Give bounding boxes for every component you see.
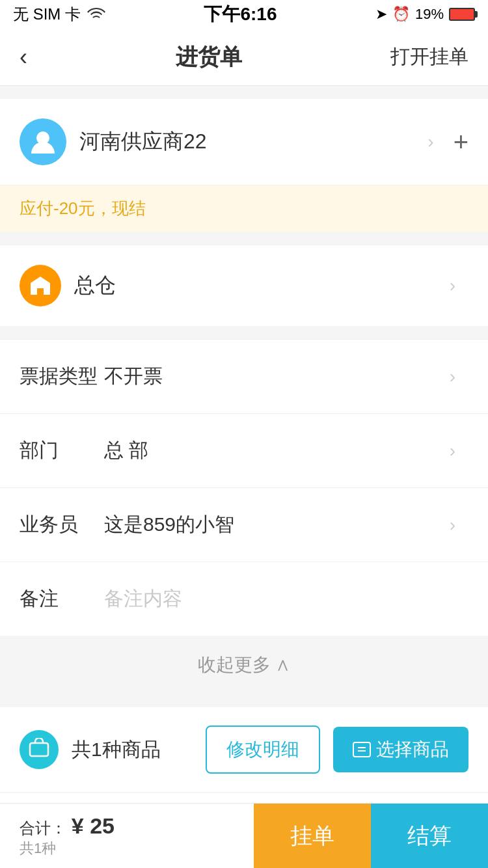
department-label: 部门: [20, 437, 104, 464]
salesman-chevron-icon: ›: [450, 515, 455, 536]
invoice-row[interactable]: 票据类型 不开票 ›: [0, 339, 488, 413]
warehouse-icon: [20, 265, 61, 306]
gap-2: [0, 232, 488, 245]
page-title: 进货单: [176, 42, 242, 72]
invoice-chevron-icon: ›: [450, 366, 455, 387]
total-label: 合计：: [20, 819, 66, 837]
invoice-value: 不开票: [104, 363, 450, 390]
back-button[interactable]: ‹: [20, 44, 27, 71]
supplier-avatar: [20, 118, 66, 165]
warehouse-chevron-icon: ›: [450, 275, 455, 296]
remarks-placeholder: 备注内容: [104, 586, 468, 612]
nav-bar: ‹ 进货单 打开挂单: [0, 29, 488, 86]
salesman-row[interactable]: 业务员 这是859的小智 ›: [0, 487, 488, 562]
alarm-icon: ⏰: [392, 6, 410, 23]
total-amount: ¥ 25: [72, 813, 115, 838]
battery-percent: 19%: [415, 6, 444, 23]
department-row[interactable]: 部门 总 部 ›: [0, 413, 488, 487]
warning-banner: 应付-20元，现结: [0, 185, 488, 232]
gap-3: [0, 326, 488, 339]
add-supplier-button[interactable]: +: [454, 128, 468, 157]
select-product-label: 选择商品: [376, 737, 449, 762]
total-count: 共1种: [20, 839, 234, 858]
settle-button[interactable]: 结算: [371, 804, 488, 869]
hang-button[interactable]: 挂单: [254, 804, 371, 869]
salesman-value: 这是859的小智: [104, 511, 450, 538]
open-hang-button[interactable]: 打开挂单: [390, 44, 468, 70]
product-icon: [20, 730, 59, 769]
remarks-row[interactable]: 备注 备注内容: [0, 562, 488, 636]
wifi-icon: [87, 5, 105, 23]
warehouse-row[interactable]: 总仓 ›: [0, 245, 488, 326]
collapse-toggle[interactable]: 收起更多 ∧: [0, 636, 488, 694]
department-value: 总 部: [104, 437, 450, 464]
supplier-chevron-icon: ›: [427, 131, 433, 152]
svg-rect-2: [353, 742, 370, 757]
carrier-text: 无 SIM 卡: [13, 4, 81, 25]
gap-1: [0, 86, 488, 99]
supplier-row[interactable]: 河南供应商22 › +: [0, 99, 488, 185]
status-right: ➤ ⏰ 19%: [375, 6, 475, 23]
gap-4: [0, 694, 488, 707]
supplier-card: 河南供应商22 › + 应付-20元，现结: [0, 99, 488, 232]
location-icon: ➤: [375, 6, 387, 23]
warehouse-name: 总仓: [74, 271, 450, 300]
form-card: 票据类型 不开票 › 部门 总 部 › 业务员 这是859的小智 › 备注 备注…: [0, 339, 488, 636]
bottom-bar: 合计： ¥ 25 共1种 挂单 结算: [0, 803, 488, 868]
department-chevron-icon: ›: [450, 441, 455, 461]
product-count-label: 共1种商品: [72, 737, 193, 763]
status-bar: 无 SIM 卡 下午6:16 ➤ ⏰ 19%: [0, 0, 488, 29]
status-time: 下午6:16: [204, 2, 277, 27]
select-product-button[interactable]: 选择商品: [333, 727, 468, 772]
remarks-label: 备注: [20, 586, 104, 612]
supplier-name: 河南供应商22: [79, 128, 427, 156]
total-row: 合计： ¥ 25: [20, 813, 234, 839]
salesman-label: 业务员: [20, 511, 104, 538]
battery-icon: [449, 8, 475, 21]
product-header: 共1种商品 修改明细 选择商品: [0, 707, 488, 792]
invoice-label: 票据类型: [20, 363, 104, 390]
total-section: 合计： ¥ 25 共1种: [0, 813, 254, 858]
status-left: 无 SIM 卡: [13, 4, 105, 25]
svg-rect-1: [30, 743, 48, 756]
edit-detail-button[interactable]: 修改明细: [206, 726, 320, 774]
